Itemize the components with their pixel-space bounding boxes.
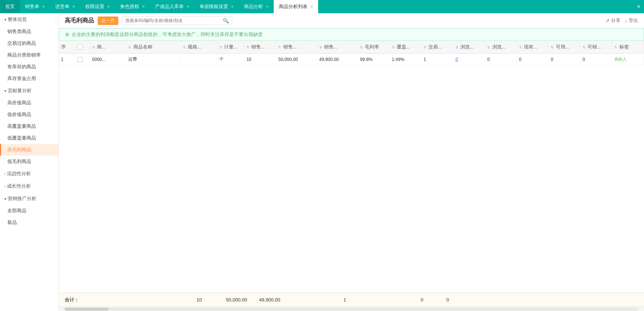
col-header-code[interactable]: ⇅ 商...	[90, 41, 126, 54]
footer-sales-qty: 10	[197, 297, 226, 303]
sidebar-item-in-stock-goods[interactable]: 有库存的商品	[0, 61, 58, 73]
col-header-checkbox	[75, 41, 90, 54]
nav-template-settings[interactable]: 单据模板设置 ×	[194, 0, 239, 13]
chevron-down-icon: ▾	[4, 18, 6, 22]
row-checkbox[interactable]	[78, 57, 83, 62]
sort-icon-11: ⇅	[456, 46, 458, 49]
nav-close-inbound[interactable]: ×	[187, 4, 189, 9]
header-actions: ↗ 分享 ↓ 导出	[605, 17, 638, 24]
search-box: 🔍	[122, 16, 232, 25]
search-icon[interactable]: 🔍	[223, 18, 229, 23]
sidebar-item-new-goods[interactable]: 新品	[0, 217, 58, 228]
col-header-sell[interactable]: ⇅ 可销...	[580, 41, 612, 54]
nav-close-all[interactable]: ×	[637, 3, 644, 10]
col-header-tag[interactable]: ⇅ 标签	[612, 41, 644, 54]
sidebar-item-low-cover[interactable]: 低覆盖量商品	[0, 132, 58, 144]
sidebar-group-flow[interactable]: › 流趋性分析	[0, 167, 58, 180]
cell-tag: 高收入	[612, 54, 644, 65]
sort-icon-6: ⇅	[278, 46, 281, 49]
content-area: 高毛利商品 近一月 🔍 ↗ 分享 ↓ 导出 ⚙ 企业的主要的利润都是这部分商品创…	[59, 13, 644, 311]
cell-unit: 个	[217, 54, 244, 65]
sidebar-group-marketing[interactable]: ▾ 营销推广分析	[0, 192, 58, 205]
top-navigation: 首页 销售单 × 进货单 × 权限设置 × 角色授权 × 产成品入库单 × 单据…	[0, 0, 644, 13]
footer-sales-profit: 49,900.00	[259, 297, 292, 303]
nav-product-analysis[interactable]: 商品分析 ×	[239, 0, 274, 13]
table-container[interactable]: 序 ⇅ 商... ⇅ 商品名称	[59, 41, 644, 293]
sort-icon-16: ⇅	[614, 46, 617, 49]
scrollbar-track	[65, 308, 638, 311]
share-icon: ↗	[605, 18, 609, 23]
sidebar-item-category-rate[interactable]: 商品分类助销率	[0, 49, 58, 61]
nav-close-role[interactable]: ×	[142, 4, 145, 9]
col-header-pv1[interactable]: ⇅ 浏览...	[453, 41, 485, 54]
scrollbar-thumb[interactable]	[65, 308, 109, 311]
cell-sales-profit: 49,900.00	[317, 54, 357, 65]
col-header-sales-profit[interactable]: ⇅ 销售...	[317, 41, 357, 54]
footer-trade: 1	[343, 297, 369, 303]
sidebar-item-high-margin[interactable]: 高毛利商品	[0, 144, 58, 156]
col-header-avail[interactable]: ⇅ 可用...	[548, 41, 580, 54]
cell-sell: 0	[580, 54, 612, 65]
sidebar-item-all-goods[interactable]: 全部商品	[0, 205, 58, 217]
nav-close-sales[interactable]: ×	[42, 4, 45, 9]
col-header-sales-amt[interactable]: ⇅ 销售...	[276, 41, 317, 54]
col-header-unit[interactable]: ⇅ 计量...	[217, 41, 244, 54]
table-footer: 合计： 10 50,000.00 49,900.00 1 0 0	[59, 293, 644, 307]
footer-cover	[318, 297, 343, 303]
cell-pv1[interactable]: 0	[453, 54, 485, 65]
sort-icon-9: ⇅	[392, 46, 395, 49]
sort-icon-5: ⇅	[247, 46, 249, 49]
nav-close-purchase[interactable]: ×	[72, 4, 75, 9]
col-header-stock[interactable]: ⇅ 现有...	[517, 41, 548, 54]
cell-cover: 1.49%	[389, 54, 421, 65]
nav-sales-order[interactable]: 销售单 ×	[20, 0, 50, 13]
cell-trade: 1	[421, 54, 453, 65]
col-header-cover[interactable]: ⇅ 覆盖...	[389, 41, 421, 54]
nav-role-auth[interactable]: 角色授权 ×	[115, 0, 150, 13]
notice-text: 企业的主要的利润都是这部分商品创造的，可考虑加大推广，同时关注库存是不要出现缺货	[72, 31, 263, 38]
search-input[interactable]	[125, 18, 220, 23]
cell-stock: 0	[517, 54, 548, 65]
export-button[interactable]: ↓ 导出	[625, 17, 638, 24]
sidebar-group-overall[interactable]: ▾ 整体信息	[0, 13, 58, 26]
sidebar-item-traded-goods[interactable]: 交易过的商品	[0, 37, 58, 49]
col-header-margin[interactable]: ⇅ 毛利率	[357, 41, 389, 54]
nav-close-permission[interactable]: ×	[107, 4, 110, 9]
col-header-trade[interactable]: ⇅ 交易...	[421, 41, 453, 54]
sidebar-item-sales-goods[interactable]: 销售类商品	[0, 26, 58, 37]
col-header-spec[interactable]: ⇅ 规格...	[180, 41, 217, 54]
horizontal-scrollbar[interactable]	[59, 307, 644, 311]
sidebar-group-growth[interactable]: › 成长性分析	[0, 180, 58, 192]
nav-home[interactable]: 首页	[0, 0, 20, 13]
sort-icon-4: ⇅	[219, 46, 222, 49]
col-header-sales-qty[interactable]: ⇅ 销售...	[244, 41, 276, 54]
share-button[interactable]: ↗ 分享	[605, 17, 620, 24]
sidebar-item-low-margin[interactable]: 低毛利商品	[0, 156, 58, 167]
sort-icon-3: ⇅	[183, 46, 186, 49]
footer-pv2	[395, 297, 421, 303]
cell-margin: 99.8%	[357, 54, 389, 65]
nav-permission-settings[interactable]: 权限设置 ×	[80, 0, 115, 13]
filter-button[interactable]: 近一月	[98, 17, 118, 25]
sidebar-item-high-cover[interactable]: 高覆盖量商品	[0, 120, 58, 132]
cell-checkbox	[75, 54, 90, 65]
nav-product-inbound[interactable]: 产成品入库单 ×	[150, 0, 194, 13]
select-all-checkbox[interactable]	[78, 44, 83, 50]
nav-close-analysis[interactable]: ×	[266, 4, 269, 9]
table-row: 1 0000... 运费 个 10 50,000.00 49,900.00 99…	[59, 54, 644, 65]
cell-no: 1	[59, 54, 75, 65]
table-header-row: 序 ⇅ 商... ⇅ 商品名称	[59, 41, 644, 54]
footer-avail: 0	[446, 297, 472, 303]
sidebar-item-high-value[interactable]: 高价值商品	[0, 97, 58, 109]
sidebar-item-low-value[interactable]: 低价值商品	[0, 109, 58, 120]
nav-close-analysis-list[interactable]: ×	[310, 4, 313, 9]
nav-purchase-order[interactable]: 进货单 ×	[50, 0, 80, 13]
nav-product-analysis-list[interactable]: 商品分析列表 ×	[274, 0, 318, 13]
nav-close-template[interactable]: ×	[231, 4, 234, 9]
col-header-pv2[interactable]: ⇅ 浏览...	[485, 41, 517, 54]
content-header: 高毛利商品 近一月 🔍 ↗ 分享 ↓ 导出	[59, 13, 644, 28]
col-header-name[interactable]: ⇅ 商品名称	[126, 41, 180, 54]
sidebar-item-stock-capital[interactable]: 库存资金占用	[0, 73, 58, 84]
chevron-down-icon-3: ▾	[4, 197, 6, 201]
sidebar-group-contribution[interactable]: ▾ 贡献量分析	[0, 84, 58, 97]
